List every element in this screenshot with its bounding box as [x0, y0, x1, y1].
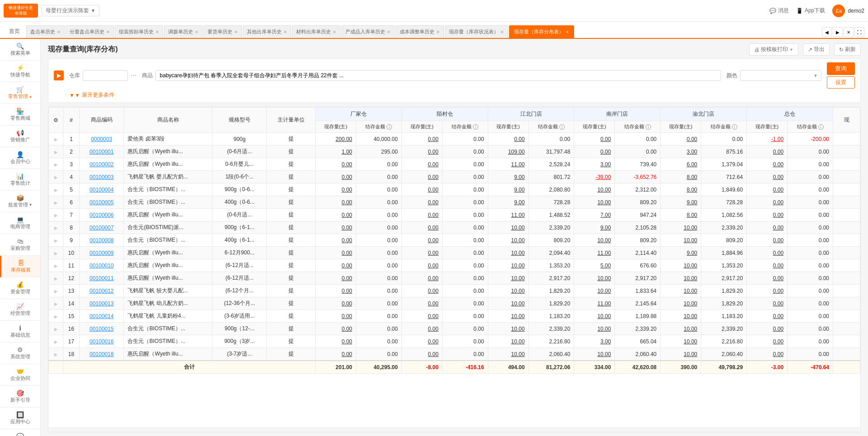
row-wh2-qty[interactable]: 10.00: [488, 348, 528, 361]
row-wh4-qty[interactable]: 10.00: [660, 259, 701, 272]
row-wh4-qty[interactable]: 9.00: [660, 196, 701, 209]
row-wh3-qty[interactable]: 11.00: [574, 297, 615, 310]
table-scroll-container[interactable]: ⚙ # 商品编码 商品名称 规格型号 主计量单位 厂家仓 陌村仓 江北门店 南: [48, 107, 860, 427]
row-code[interactable]: 00100015: [80, 323, 124, 335]
row-expand[interactable]: ▶: [49, 247, 63, 259]
row-code[interactable]: 00100006: [80, 209, 124, 221]
row-wh1-qty[interactable]: 0.00: [401, 272, 442, 285]
sidebar-item-retail-mgmt[interactable]: 🛒 零售管理 ▲: [0, 82, 40, 104]
row-wh2-qty[interactable]: 10.00: [488, 272, 528, 285]
row-code[interactable]: 00100010: [80, 259, 124, 272]
row-wh2-qty[interactable]: 10.00: [488, 221, 528, 234]
row-expand[interactable]: ▶: [49, 209, 63, 221]
row-wh1-qty[interactable]: 0.00: [401, 348, 442, 361]
row-wh2-qty[interactable]: 10.00: [488, 285, 528, 297]
sidebar-item-system[interactable]: ⚙ 系统管理: [0, 342, 40, 364]
row-wh5-qty[interactable]: -1.00: [747, 133, 788, 145]
color-dropdown-icon[interactable]: ▼: [813, 73, 818, 78]
row-wh1-qty[interactable]: 0.00: [401, 247, 442, 259]
tab-prev-btn[interactable]: ◀: [822, 27, 832, 37]
row-wh2-qty[interactable]: 9.00: [488, 183, 528, 196]
row-wh4-qty[interactable]: 10.00: [660, 335, 701, 348]
row-code[interactable]: 00100011: [80, 272, 124, 285]
row-wh1-qty[interactable]: 0.00: [401, 196, 442, 209]
row-wh0-qty[interactable]: 0.00: [316, 348, 356, 361]
row-code[interactable]: 00100001: [80, 145, 124, 158]
row-code[interactable]: 00100016: [80, 335, 124, 348]
row-wh1-qty[interactable]: 0.00: [401, 259, 442, 272]
row-wh5-qty[interactable]: 0.00: [747, 285, 788, 297]
row-expand[interactable]: ▶: [49, 335, 63, 348]
tab-10[interactable]: 现存量（库存状况表）✕: [445, 25, 508, 38]
row-wh3-qty[interactable]: 3.00: [574, 158, 615, 171]
sidebar-item-basics[interactable]: ℹ 基础信息: [0, 321, 40, 342]
row-code[interactable]: 00100003: [80, 171, 124, 183]
tab-home[interactable]: 首页: [4, 24, 25, 38]
row-wh1-qty[interactable]: 0.00: [401, 171, 442, 183]
row-wh0-qty[interactable]: 0.00: [316, 323, 356, 335]
row-expand[interactable]: ▶: [49, 348, 63, 361]
row-wh3-qty[interactable]: 11.00: [574, 247, 615, 259]
sidebar-item-enterprise[interactable]: 🤝 企业协同: [0, 364, 40, 386]
row-expand[interactable]: ▶: [49, 259, 63, 272]
row-wh2-qty[interactable]: 9.00: [488, 196, 528, 209]
setting-button[interactable]: 设置: [827, 76, 855, 89]
row-wh5-qty[interactable]: 0.00: [747, 171, 788, 183]
row-wh3-qty[interactable]: 5.00: [574, 259, 615, 272]
row-wh2-qty[interactable]: 9.00: [488, 171, 528, 183]
tab-4[interactable]: 调拨单历史✕: [164, 25, 203, 38]
row-wh0-qty[interactable]: 0.00: [316, 209, 356, 221]
row-wh1-qty[interactable]: 0.00: [401, 209, 442, 221]
sidebar-item-ecommerce[interactable]: 💻 电商管理: [0, 212, 40, 234]
row-wh1-qty[interactable]: 0.00: [401, 335, 442, 348]
row-wh0-qty[interactable]: 0.00: [316, 171, 356, 183]
row-wh5-qty[interactable]: 0.00: [747, 323, 788, 335]
sidebar-item-retail-stats[interactable]: 📊 零售统计: [0, 169, 40, 191]
row-wh0-qty[interactable]: 0.00: [316, 310, 356, 323]
row-wh5-qty[interactable]: 0.00: [747, 348, 788, 361]
tab-9[interactable]: 成本调整单历史✕: [396, 25, 444, 38]
row-code[interactable]: 00100012: [80, 285, 124, 297]
user-avatar[interactable]: Ea demo2: [832, 5, 864, 17]
sidebar-item-wechat[interactable]: 💬 企业微信: [0, 429, 40, 436]
sidebar-item-purchase[interactable]: 🛍 采购管理: [0, 234, 40, 256]
row-code[interactable]: 00100007: [80, 221, 124, 234]
row-wh3-qty[interactable]: 7.00: [574, 209, 615, 221]
row-wh2-qty[interactable]: 10.00: [488, 247, 528, 259]
row-wh0-qty[interactable]: 0.00: [316, 285, 356, 297]
row-wh4-qty[interactable]: 10.00: [660, 285, 701, 297]
row-wh2-qty[interactable]: 11.00: [488, 209, 528, 221]
row-wh3-qty[interactable]: 10.00: [574, 183, 615, 196]
row-wh2-qty[interactable]: 10.00: [488, 323, 528, 335]
row-expand[interactable]: ▶: [49, 183, 63, 196]
tab-7[interactable]: 材料出库单历史✕: [292, 25, 340, 38]
row-wh0-qty[interactable]: 0.00: [316, 335, 356, 348]
row-expand[interactable]: ▶: [49, 272, 63, 285]
row-code[interactable]: 00100013: [80, 297, 124, 310]
row-wh4-qty[interactable]: 10.00: [660, 310, 701, 323]
tab-5[interactable]: 要货单历史✕: [203, 25, 242, 38]
row-code[interactable]: 00100004: [80, 183, 124, 196]
row-wh4-qty[interactable]: 10.00: [660, 323, 701, 335]
row-wh4-qty[interactable]: 10.00: [660, 234, 701, 247]
query-button[interactable]: 查询: [827, 62, 855, 75]
row-code[interactable]: 00100014: [80, 310, 124, 323]
warehouse-more-icon[interactable]: ···: [131, 71, 137, 80]
row-wh2-qty[interactable]: 10.00: [488, 297, 528, 310]
row-wh2-qty[interactable]: 10.00: [488, 335, 528, 348]
row-wh1-qty[interactable]: 0.00: [401, 285, 442, 297]
sidebar-item-retail-mall[interactable]: 🏪 零售商城: [0, 104, 40, 126]
product-input[interactable]: [156, 70, 721, 81]
row-wh4-qty[interactable]: 6.00: [660, 158, 701, 171]
row-wh0-qty[interactable]: 0.00: [316, 221, 356, 234]
row-code[interactable]: 00100005: [80, 196, 124, 209]
sidebar-item-marketing[interactable]: 📢 营销推广: [0, 126, 40, 147]
filter-expand-arrow[interactable]: ▶: [54, 70, 64, 80]
row-wh3-qty[interactable]: 9.00: [574, 221, 615, 234]
row-expand[interactable]: ▶: [49, 133, 63, 145]
row-wh0-qty[interactable]: 0.00: [316, 297, 356, 310]
sidebar-item-operations[interactable]: 📈 经营管理: [0, 299, 40, 321]
row-wh5-qty[interactable]: 0.00: [747, 221, 788, 234]
row-code[interactable]: 00100018: [80, 348, 124, 361]
row-wh3-qty[interactable]: 0.00: [574, 145, 615, 158]
